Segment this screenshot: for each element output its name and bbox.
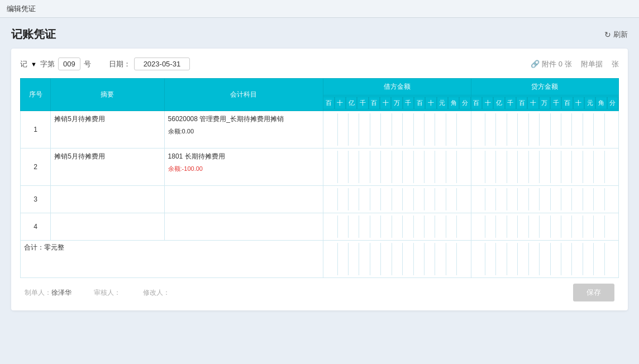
row-2-credit-13[interactable] bbox=[605, 151, 615, 183]
row-1-credit-2[interactable] bbox=[485, 113, 496, 146]
row-4-credit[interactable] bbox=[471, 213, 618, 241]
row-1-summary[interactable]: 摊销5月待摊费用 bbox=[51, 111, 164, 149]
row-4-debit-13[interactable] bbox=[457, 215, 467, 238]
row-4-credit-5[interactable] bbox=[518, 215, 528, 238]
row-3-account[interactable] bbox=[164, 186, 323, 213]
row-1-credit-6[interactable] bbox=[529, 113, 540, 146]
row-1-debit-11[interactable] bbox=[435, 113, 446, 146]
table-row[interactable]: 2摊销5月待摊费用1801 长期待摊费用余额:-100.00 bbox=[21, 149, 619, 186]
row-4-credit-12[interactable] bbox=[594, 215, 604, 238]
row-2-debit-9[interactable] bbox=[414, 151, 425, 183]
row-3-credit[interactable] bbox=[471, 186, 618, 213]
row-2-credit-1[interactable] bbox=[475, 151, 485, 183]
row-4-credit-11[interactable] bbox=[583, 215, 594, 238]
row-4-debit-1[interactable] bbox=[327, 215, 337, 238]
row-3-debit-2[interactable] bbox=[338, 188, 349, 210]
row-1-debit-10[interactable] bbox=[425, 113, 435, 146]
row-2-debit-6[interactable] bbox=[381, 151, 392, 183]
row-2-credit-3[interactable] bbox=[496, 151, 507, 183]
row-1-account[interactable]: 56020008 管理费用_长期待摊费用摊销余额:0.00 bbox=[164, 111, 323, 149]
row-1-credit-7[interactable] bbox=[540, 113, 550, 146]
row-3-credit-1[interactable] bbox=[475, 188, 485, 210]
voucher-number[interactable]: 009 bbox=[58, 58, 80, 70]
row-1-debit-2[interactable] bbox=[338, 113, 349, 146]
type-dropdown-icon[interactable]: ▼ bbox=[31, 61, 37, 68]
row-4-summary[interactable] bbox=[51, 213, 164, 241]
row-1-credit-3[interactable] bbox=[496, 113, 507, 146]
row-2-credit-4[interactable] bbox=[507, 151, 518, 183]
row-3-credit-4[interactable] bbox=[507, 188, 518, 210]
row-4-credit-1[interactable] bbox=[475, 215, 485, 238]
row-1-debit-3[interactable] bbox=[349, 113, 359, 146]
row-2-credit-12[interactable] bbox=[594, 151, 604, 183]
row-1-credit-10[interactable] bbox=[572, 113, 583, 146]
table-row[interactable]: 1摊销5月待摊费用56020008 管理费用_长期待摊费用摊销余额:0.00 bbox=[21, 111, 619, 149]
row-3-credit-10[interactable] bbox=[572, 188, 583, 210]
row-2-account[interactable]: 1801 长期待摊费用余额:-100.00 bbox=[164, 149, 323, 186]
row-3-debit[interactable] bbox=[323, 186, 471, 213]
row-4-credit-6[interactable] bbox=[529, 215, 540, 238]
row-2-debit-4[interactable] bbox=[359, 151, 370, 183]
row-3-summary[interactable] bbox=[51, 186, 164, 213]
row-1-credit-13[interactable] bbox=[605, 113, 615, 146]
row-3-debit-5[interactable] bbox=[370, 188, 381, 210]
row-2-debit-12[interactable] bbox=[446, 151, 457, 183]
row-2-credit-11[interactable] bbox=[583, 151, 594, 183]
row-3-credit-5[interactable] bbox=[518, 188, 528, 210]
row-1-credit-12[interactable] bbox=[594, 113, 604, 146]
row-3-debit-12[interactable] bbox=[446, 188, 457, 210]
row-3-debit-8[interactable] bbox=[403, 188, 413, 210]
row-3-credit-8[interactable] bbox=[551, 188, 561, 210]
row-1-debit-8[interactable] bbox=[403, 113, 413, 146]
row-3-debit-4[interactable] bbox=[359, 188, 370, 210]
row-4-debit-2[interactable] bbox=[338, 215, 349, 238]
row-4-debit-9[interactable] bbox=[414, 215, 425, 238]
row-2-debit-5[interactable] bbox=[370, 151, 381, 183]
row-2-credit-7[interactable] bbox=[540, 151, 550, 183]
row-1-credit[interactable] bbox=[471, 111, 618, 149]
row-2-credit-9[interactable] bbox=[561, 151, 572, 183]
row-3-credit-2[interactable] bbox=[485, 188, 496, 210]
row-3-debit-13[interactable] bbox=[457, 188, 467, 210]
table-row[interactable]: 3 bbox=[21, 186, 619, 213]
row-1-debit-7[interactable] bbox=[392, 113, 403, 146]
row-4-credit-13[interactable] bbox=[605, 215, 615, 238]
row-2-debit-1[interactable] bbox=[327, 151, 337, 183]
row-4-debit-4[interactable] bbox=[359, 215, 370, 238]
row-4-debit-12[interactable] bbox=[446, 215, 457, 238]
row-2-credit-10[interactable] bbox=[572, 151, 583, 183]
row-3-debit-7[interactable] bbox=[392, 188, 403, 210]
row-4-account[interactable] bbox=[164, 213, 323, 241]
row-3-debit-3[interactable] bbox=[349, 188, 359, 210]
row-1-debit-9[interactable] bbox=[414, 113, 425, 146]
row-4-debit-3[interactable] bbox=[349, 215, 359, 238]
row-2-debit-11[interactable] bbox=[435, 151, 446, 183]
row-3-credit-6[interactable] bbox=[529, 188, 540, 210]
row-2-debit-3[interactable] bbox=[349, 151, 359, 183]
row-3-credit-11[interactable] bbox=[583, 188, 594, 210]
row-3-debit-11[interactable] bbox=[435, 188, 446, 210]
row-1-credit-5[interactable] bbox=[518, 113, 528, 146]
row-4-debit-11[interactable] bbox=[435, 215, 446, 238]
row-1-credit-11[interactable] bbox=[583, 113, 594, 146]
row-3-debit-6[interactable] bbox=[381, 188, 392, 210]
row-2-debit-13[interactable] bbox=[457, 151, 467, 183]
row-3-debit-1[interactable] bbox=[327, 188, 337, 210]
row-1-debit[interactable] bbox=[323, 111, 471, 149]
row-3-debit-10[interactable] bbox=[425, 188, 435, 210]
row-1-debit-5[interactable] bbox=[370, 113, 381, 146]
row-3-debit-9[interactable] bbox=[414, 188, 425, 210]
refresh-button[interactable]: ↻ 刷新 bbox=[604, 30, 628, 40]
row-4-debit[interactable] bbox=[323, 213, 471, 241]
row-4-credit-10[interactable] bbox=[572, 215, 583, 238]
row-2-debit-7[interactable] bbox=[392, 151, 403, 183]
row-3-credit-9[interactable] bbox=[561, 188, 572, 210]
row-4-debit-7[interactable] bbox=[392, 215, 403, 238]
row-4-credit-8[interactable] bbox=[551, 215, 561, 238]
row-1-debit-12[interactable] bbox=[446, 113, 457, 146]
row-4-debit-6[interactable] bbox=[381, 215, 392, 238]
row-4-credit-7[interactable] bbox=[540, 215, 550, 238]
row-4-debit-10[interactable] bbox=[425, 215, 435, 238]
table-row[interactable]: 4 bbox=[21, 213, 619, 241]
row-2-debit-8[interactable] bbox=[403, 151, 413, 183]
